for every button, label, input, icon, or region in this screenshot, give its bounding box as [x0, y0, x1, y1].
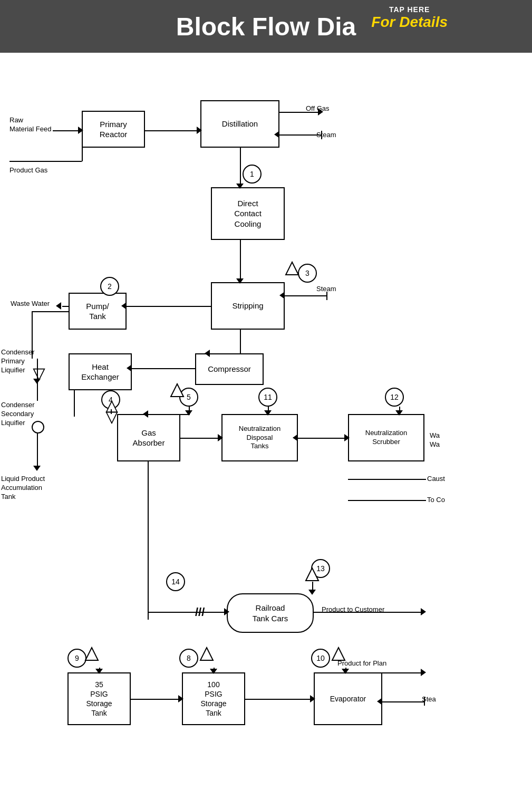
line-pump-to-hx-vert — [32, 311, 33, 359]
arrow-c10-to-evap — [342, 669, 349, 674]
raw-material-feed-label: RawMaterial Feed — [9, 116, 51, 134]
line-35-to-100 — [131, 699, 182, 700]
arrow-comp-to-hx — [127, 364, 132, 372]
circle-9: 9 — [67, 649, 86, 668]
tap-here-label: TAP HERE — [371, 5, 448, 14]
svg-marker-3 — [107, 412, 118, 423]
line-steam3 — [382, 701, 424, 702]
line-left-down — [148, 580, 149, 620]
line-reactor-to-dist1 — [145, 130, 200, 131]
circle-1: 1 — [243, 165, 262, 184]
circle-12: 12 — [385, 388, 404, 407]
line-strip-to-pump — [127, 306, 211, 307]
steam1-tbar — [321, 131, 322, 139]
circle-10: 10 — [311, 649, 330, 668]
svg-marker-0 — [286, 262, 298, 275]
svg-marker-4 — [306, 568, 318, 581]
line-pump-left — [32, 311, 69, 312]
arrow-14-to-rtc — [224, 608, 229, 615]
line-100-to-evap — [245, 699, 314, 700]
arrow-100-to-evap — [310, 695, 315, 702]
line-cond-pri — [37, 359, 38, 401]
arrow-c8-to-100 — [210, 669, 217, 674]
circle-8: 8 — [179, 649, 198, 668]
line-product-gas — [9, 161, 82, 162]
line-strip-to-comp — [240, 330, 241, 353]
arrow-35-to-100 — [178, 695, 183, 702]
hline-strip-to-comp — [211, 353, 241, 354]
primary-reactor-box: PrimaryReactor — [82, 111, 145, 148]
header: Block Flow Dia TAP HERE For Details — [0, 0, 532, 53]
arrow-c9-to-35 — [95, 669, 103, 674]
circle-14: 14 — [166, 572, 185, 591]
circle-11: 11 — [258, 388, 277, 407]
arrow-steam1 — [274, 131, 279, 138]
arrow-dist-to-dcc — [236, 184, 244, 189]
steam2-tbar — [326, 292, 327, 300]
distillation-box: Distillation — [200, 100, 279, 148]
arrow-evap-to-pfp — [421, 669, 426, 676]
pump-tank-box: Pump/Tank — [69, 293, 127, 330]
page-title: Block Flow Dia — [176, 12, 356, 41]
liquid-product-label: Liquid ProductAccumulationTank — [1, 475, 45, 502]
line-waste-water — [62, 306, 69, 307]
line-rtc-to-ptc — [314, 612, 424, 613]
svg-marker-5 — [85, 648, 98, 660]
arrow-dcc-to-strip — [236, 278, 244, 284]
line-to-co — [348, 500, 426, 501]
svg-marker-1 — [171, 384, 183, 397]
line-steam1 — [279, 134, 322, 136]
arrow-steam3 — [377, 698, 382, 705]
valve-circle8 — [199, 647, 214, 663]
storage-35-box: 35PSIGStorageTank — [67, 672, 131, 725]
storage-100-box: 100PSIGStorageTank — [182, 672, 245, 725]
direct-contact-cooling-box: DirectContactCooling — [211, 187, 285, 240]
circle-2: 2 — [100, 277, 119, 296]
for-details-label: For Details — [371, 14, 448, 31]
line-hx-down — [74, 390, 75, 417]
arrow-c12-to-ns — [395, 410, 403, 416]
valve-circle4b — [105, 411, 118, 426]
line-raw-to-reactor — [53, 130, 82, 131]
line-14-to-rtc — [148, 612, 228, 613]
waste-water-label: Waste Water — [11, 300, 50, 307]
svg-marker-6 — [200, 648, 213, 660]
tap-here-container[interactable]: TAP HERE For Details — [371, 5, 448, 31]
neutralization-scrubber-box: NeutralizationScrubber — [348, 414, 424, 461]
product-for-plan-label: Product for Plan — [337, 659, 386, 667]
arrow-off-gas — [318, 108, 323, 115]
arrow-steam2 — [279, 292, 285, 299]
line-caustic — [348, 479, 426, 480]
arrow-ga-to-nd — [218, 434, 223, 441]
line-comp-to-hx — [132, 368, 195, 369]
arrow-waste-water — [56, 302, 61, 310]
line-c4-to-ga — [111, 409, 112, 414]
product-gas-label: Product Gas — [9, 166, 47, 174]
evaporator-box: Evaporator — [314, 672, 382, 725]
waste-water2-label: WaWa — [430, 431, 440, 449]
to-co-label: To Co — [427, 496, 445, 504]
condenser-primary-label: CondenserPrimaryLiquifier — [1, 348, 35, 375]
arrow-reactor-to-dist — [197, 127, 202, 134]
svg-marker-7 — [332, 648, 345, 660]
gas-absorber-box: GasAbsorber — [117, 414, 180, 461]
valve-circle5 — [170, 383, 185, 400]
arrow-raw-to-reactor — [78, 127, 83, 134]
arrow-c5-to-ga — [143, 410, 148, 418]
neutralization-disposal-box: NeutralizationDisposalTanks — [221, 414, 298, 461]
hline-c5-to-ga — [149, 414, 190, 415]
railroad-tank-cars-box: RailroadTank Cars — [227, 593, 314, 633]
compressor-box: Compressor — [195, 353, 264, 385]
vline-product-gas — [82, 148, 83, 161]
line-steam2 — [285, 295, 327, 296]
line-ga-down — [148, 461, 149, 593]
steam3-tbar — [424, 697, 425, 706]
circle-3: 3 — [298, 264, 317, 283]
arrow-strip-to-comp — [205, 350, 210, 357]
mixer-left-1 — [32, 421, 44, 434]
valve-stripping — [285, 261, 299, 278]
line-ga-to-nd — [180, 438, 221, 439]
valve-circle9 — [84, 647, 99, 663]
stripping-box: Stripping — [211, 282, 285, 330]
arrow-c13-to-rtc — [308, 590, 316, 595]
